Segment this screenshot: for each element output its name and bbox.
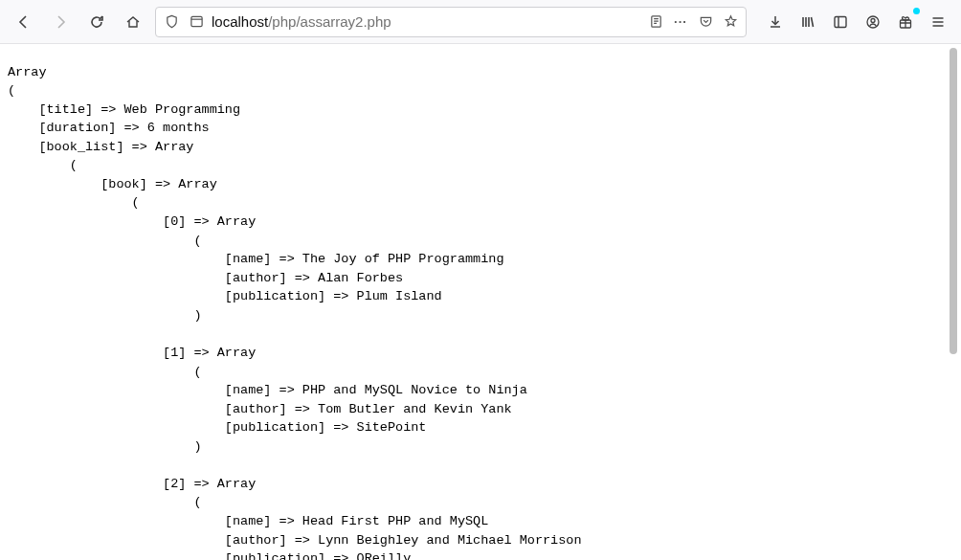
svg-rect-2 (835, 16, 846, 27)
browser-toolbar: localhost/php/assarray2.php ··· (0, 0, 961, 44)
toolbar-right-cluster (762, 9, 951, 35)
forward-button (46, 8, 75, 36)
vertical-scrollbar[interactable] (948, 48, 959, 556)
library-icon[interactable] (794, 9, 821, 35)
whats-new-icon[interactable] (892, 9, 919, 35)
svg-rect-0 (190, 16, 201, 26)
url-path: /php/assarray2.php (268, 13, 391, 30)
sidebar-icon[interactable] (827, 9, 854, 35)
site-info-icon[interactable] (187, 14, 206, 29)
more-icon[interactable]: ··· (671, 14, 690, 29)
pocket-icon[interactable] (696, 14, 715, 29)
notification-dot (913, 8, 920, 14)
svg-point-4 (871, 18, 875, 22)
menu-icon[interactable] (925, 9, 951, 35)
shield-icon (162, 14, 181, 29)
url-host: localhost (212, 13, 268, 30)
downloads-icon[interactable] (762, 9, 789, 35)
reader-mode-icon[interactable] (646, 14, 665, 29)
url-bar[interactable]: localhost/php/assarray2.php ··· (155, 7, 747, 37)
reload-button[interactable] (82, 8, 111, 36)
account-icon[interactable] (860, 9, 886, 35)
back-button[interactable] (10, 8, 38, 36)
scroll-thumb[interactable] (950, 48, 957, 354)
home-button[interactable] (119, 8, 147, 36)
page-viewport: Array ( [title] => Web Programming [dura… (0, 44, 961, 560)
page-pre-output: Array ( [title] => Web Programming [dura… (0, 57, 961, 561)
url-text: localhost/php/assarray2.php (212, 13, 640, 30)
bookmark-star-icon[interactable] (721, 14, 740, 29)
